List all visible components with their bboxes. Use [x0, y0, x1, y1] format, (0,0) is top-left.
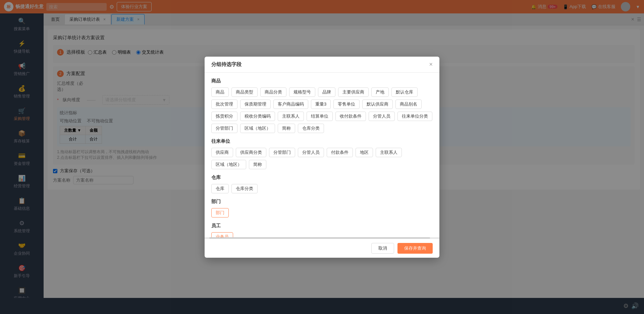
field-shelf-life[interactable]: 保质期管理 [240, 100, 271, 109]
cancel-button[interactable]: 取消 [371, 243, 394, 254]
field-partner-region[interactable]: 地区 [356, 148, 373, 157]
field-weight3[interactable]: 重量3 [311, 100, 331, 109]
section-department-title: 部门 [211, 199, 433, 205]
modal-scroll-track [209, 237, 430, 239]
field-manager[interactable]: 分管人员 [369, 112, 395, 121]
field-product-cat[interactable]: 商品分类 [260, 87, 286, 97]
section-partner-title: 往来单位 [211, 138, 433, 144]
product-fields: 商品 商品类型 商品分类 规格型号 品牌 主要供应商 产地 默认仓库 批次管理 … [211, 87, 433, 133]
warehouse-fields: 仓库 仓库分类 [211, 184, 433, 193]
modal-title: 分组待选字段 [211, 61, 241, 68]
field-brand[interactable]: 品牌 [318, 87, 335, 97]
field-settle-unit[interactable]: 结算单位 [307, 112, 333, 121]
modal-overlay: 分组待选字段 × 商品 商品 商品类型 商品分类 规格型号 品牌 主要供应商 产… [0, 0, 644, 314]
field-default-warehouse[interactable]: 默认仓库 [391, 87, 418, 97]
field-payment-terms[interactable]: 收付款条件 [335, 112, 366, 121]
field-default-supplier[interactable]: 默认供应商 [362, 100, 393, 109]
field-product[interactable]: 商品 [211, 87, 229, 97]
field-retail-unit[interactable]: 零售单位 [333, 100, 360, 109]
modal-body: 商品 商品 商品类型 商品分类 规格型号 品牌 主要供应商 产地 默认仓库 批次… [205, 73, 439, 238]
field-pay-terms[interactable]: 付款条件 [327, 148, 353, 157]
field-warehouse-cat[interactable]: 仓库分类 [298, 124, 324, 133]
modal-close-button[interactable]: × [429, 61, 433, 67]
section-partner: 往来单位 供应商 供应商分类 分管部门 分管人员 付款条件 地区 主联系人 区域… [211, 138, 433, 169]
field-customer-code[interactable]: 客户商品编码 [273, 100, 308, 109]
field-partner-dept[interactable]: 分管部门 [269, 148, 295, 157]
field-partner-region2[interactable]: 区域（地区） [211, 160, 246, 169]
section-product-title: 商品 [211, 78, 433, 84]
modal-scroll-indicator [205, 237, 439, 238]
partner-fields: 供应商 供应商分类 分管部门 分管人员 付款条件 地区 主联系人 区域（地区） … [211, 148, 433, 169]
field-source-unit-cat[interactable]: 往来单位分类 [397, 112, 432, 121]
section-department: 部门 部门 [211, 199, 433, 217]
department-fields: 部门 [211, 208, 433, 217]
field-wh-cat[interactable]: 仓库分类 [231, 184, 258, 193]
field-product-type[interactable]: 商品类型 [231, 87, 258, 97]
modal-field-select: 分组待选字段 × 商品 商品 商品类型 商品分类 规格型号 品牌 主要供应商 产… [205, 57, 439, 258]
field-dept[interactable]: 部门 [211, 208, 229, 217]
field-salesperson[interactable]: 业务员 [211, 232, 233, 238]
modal-footer: 取消 保存并查询 [205, 239, 439, 258]
field-tax-code[interactable]: 税收分类编码 [240, 112, 275, 121]
field-product-alias[interactable]: 商品别名 [395, 100, 422, 109]
section-warehouse: 仓库 仓库 仓库分类 [211, 175, 433, 193]
section-warehouse-title: 仓库 [211, 175, 433, 181]
staff-fields: 业务员 [211, 232, 433, 238]
modal-header: 分组待选字段 × [205, 57, 439, 73]
field-supplier-cat[interactable]: 供应商分类 [236, 148, 266, 157]
field-short-name[interactable]: 简称 [278, 124, 295, 133]
field-main-supplier[interactable]: 主要供应商 [338, 87, 369, 97]
field-spec-type[interactable]: 规格型号 [289, 87, 315, 97]
field-partner-short[interactable]: 简称 [249, 160, 266, 169]
field-batch-mgmt[interactable]: 批次管理 [211, 100, 237, 109]
field-mgmt-dept[interactable]: 分管部门 [211, 124, 237, 133]
field-pick-points[interactable]: 拣货积分 [211, 112, 237, 121]
section-staff-title: 员工 [211, 223, 433, 229]
field-wh[interactable]: 仓库 [211, 184, 229, 193]
field-origin[interactable]: 产地 [371, 87, 389, 97]
field-partner-manager[interactable]: 分管人员 [298, 148, 324, 157]
confirm-button[interactable]: 保存并查询 [397, 243, 433, 254]
field-region[interactable]: 区域（地区） [240, 124, 275, 133]
section-product: 商品 商品 商品类型 商品分类 规格型号 品牌 主要供应商 产地 默认仓库 批次… [211, 78, 433, 133]
field-contact[interactable]: 主联系人 [278, 112, 304, 121]
field-supplier[interactable]: 供应商 [211, 148, 233, 157]
section-staff: 员工 业务员 [211, 223, 433, 238]
field-partner-contact[interactable]: 主联系人 [376, 148, 402, 157]
